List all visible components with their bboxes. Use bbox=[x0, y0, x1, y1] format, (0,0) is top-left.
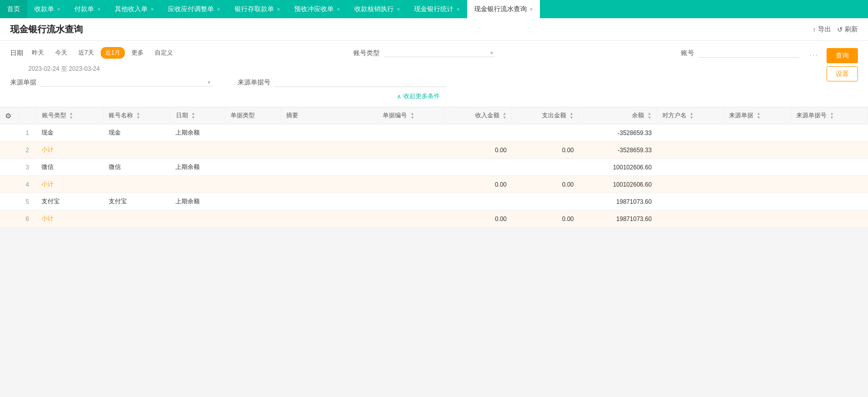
close-icon[interactable]: × bbox=[277, 6, 280, 12]
cell-account-name bbox=[104, 142, 171, 159]
col-income[interactable]: 收入金额 ▲▼ bbox=[445, 107, 512, 124]
cell-income bbox=[445, 193, 512, 210]
cell-source-doc-no bbox=[791, 193, 868, 210]
sort-icon: ▲▼ bbox=[757, 112, 761, 120]
cell-source-doc bbox=[724, 142, 791, 159]
cell-counterpart bbox=[657, 210, 724, 228]
date-btn-custom[interactable]: 自定义 bbox=[150, 47, 177, 59]
sort-icon: ▲▼ bbox=[570, 112, 574, 120]
table-row: 3微信微信上期余额100102606.60 bbox=[0, 159, 868, 176]
cell-account-type: 现金 bbox=[36, 124, 104, 142]
close-icon[interactable]: × bbox=[456, 6, 460, 12]
cell-settings bbox=[0, 159, 18, 176]
export-button[interactable]: ↑ 导出 bbox=[813, 25, 832, 34]
nav-other-income[interactable]: 其他收入单 × bbox=[108, 0, 161, 18]
cell-income: 0.00 bbox=[445, 142, 512, 159]
close-icon[interactable]: × bbox=[151, 6, 154, 12]
nav-receipt[interactable]: 收款单 × bbox=[27, 0, 67, 18]
col-source-doc[interactable]: 来源单据 ▲▼ bbox=[724, 107, 791, 124]
collapse-up-icon: ∧ bbox=[397, 93, 401, 100]
source-doc-no-input-wrap bbox=[275, 77, 446, 87]
cell-account-name: 微信 bbox=[104, 159, 171, 176]
date-btn-today[interactable]: 今天 bbox=[51, 47, 72, 59]
cell-doc-type bbox=[225, 124, 281, 142]
nav-payment[interactable]: 付款单 × bbox=[67, 0, 107, 18]
cell-settings bbox=[0, 210, 18, 228]
cell-doc-no bbox=[378, 210, 445, 228]
close-icon[interactable]: × bbox=[217, 6, 220, 12]
filter-area: 日期 昨天 今天 近7天 近1月 更多 自定义 账号类型 ▾ bbox=[0, 41, 868, 107]
cell-date: 上期余额 bbox=[170, 159, 225, 176]
col-balance[interactable]: 余额 ▲▼ bbox=[579, 107, 657, 124]
nav-adjustment[interactable]: 应收应付调整单 × bbox=[161, 0, 227, 18]
page-title: 现金银行流水查询 bbox=[10, 23, 83, 35]
close-icon[interactable]: × bbox=[337, 6, 340, 12]
cell-summary bbox=[281, 124, 378, 142]
cell-date bbox=[170, 210, 225, 228]
cell-source-doc-no bbox=[791, 142, 868, 159]
cell-summary bbox=[281, 176, 378, 193]
close-icon[interactable]: × bbox=[530, 6, 533, 12]
nav-cash-stats[interactable]: 现金银行统计 × bbox=[407, 0, 467, 18]
date-btn-more[interactable]: 更多 bbox=[127, 47, 148, 59]
col-doc-no[interactable]: 单据编号 ▲▼ bbox=[378, 107, 445, 124]
collapse-button[interactable]: ∧ 收起更多条件 bbox=[10, 92, 827, 101]
nav-home[interactable]: 首页 bbox=[0, 0, 27, 18]
sort-icon: ▲▼ bbox=[648, 112, 652, 120]
col-expense[interactable]: 支出金额 ▲▼ bbox=[512, 107, 579, 124]
nav-bank-deposit[interactable]: 银行存取款单 × bbox=[227, 0, 287, 18]
source-doc-no-label: 来源单据号 bbox=[238, 78, 270, 87]
cell-income bbox=[445, 159, 512, 176]
cell-income: 0.00 bbox=[445, 210, 512, 228]
cell-doc-no bbox=[378, 124, 445, 142]
source-doc-select[interactable]: ▾ bbox=[40, 78, 212, 86]
cell-counterpart bbox=[657, 142, 724, 159]
cell-source-doc-no bbox=[791, 210, 868, 228]
cell-expense: 0.00 bbox=[512, 142, 579, 159]
col-counterpart[interactable]: 对方户名 ▲▼ bbox=[657, 107, 724, 124]
table-row: 4小计0.000.00100102606.60 bbox=[0, 176, 868, 193]
cell-summary bbox=[281, 193, 378, 210]
source-doc-no-input[interactable] bbox=[275, 78, 446, 85]
cell-index: 1 bbox=[18, 124, 36, 142]
col-account-type[interactable]: 账号类型 ▲▼ bbox=[36, 107, 104, 124]
date-btn-yesterday[interactable]: 昨天 bbox=[27, 47, 49, 59]
nav-prepayment[interactable]: 预收冲应收单 × bbox=[287, 0, 347, 18]
account-input[interactable] bbox=[698, 49, 799, 56]
close-icon[interactable]: × bbox=[97, 6, 100, 12]
cell-index: 2 bbox=[18, 142, 36, 159]
cell-doc-type bbox=[225, 193, 281, 210]
cell-counterpart bbox=[657, 176, 724, 193]
nav-cash-flow[interactable]: 现金银行流水查询 × bbox=[467, 0, 540, 18]
col-date[interactable]: 日期 ▲▼ bbox=[170, 107, 225, 124]
cell-settings bbox=[0, 124, 18, 142]
refresh-button[interactable]: ↺ 刷新 bbox=[837, 25, 858, 34]
sort-icon: ▲▼ bbox=[69, 112, 73, 120]
account-type-select[interactable]: ▾ bbox=[384, 49, 495, 57]
settings-button[interactable]: 设置 bbox=[827, 66, 858, 81]
cell-balance: 19871073.60 bbox=[579, 193, 657, 210]
cell-date: 上期余额 bbox=[170, 193, 225, 210]
header-actions: ↑ 导出 ↺ 刷新 bbox=[813, 25, 858, 34]
gear-icon[interactable]: ⚙ bbox=[5, 112, 12, 120]
query-button[interactable]: 查询 bbox=[827, 48, 858, 63]
date-btn-1month[interactable]: 近1月 bbox=[101, 47, 125, 59]
close-icon[interactable]: × bbox=[397, 6, 400, 12]
col-source-doc-no[interactable]: 来源单据号 ▲▼ bbox=[791, 107, 868, 124]
chevron-down-icon: ▾ bbox=[208, 79, 210, 85]
cell-counterpart bbox=[657, 124, 724, 142]
source-doc-label: 来源单据 bbox=[10, 78, 36, 87]
cell-date bbox=[170, 176, 225, 193]
close-icon[interactable]: × bbox=[57, 6, 60, 12]
cell-balance: 19871073.60 bbox=[579, 210, 657, 228]
sort-icon: ▲▼ bbox=[502, 112, 507, 120]
nav-collection[interactable]: 收款核销执行 × bbox=[347, 0, 407, 18]
filter-main: 日期 昨天 今天 近7天 近1月 更多 自定义 账号类型 ▾ bbox=[10, 47, 827, 103]
account-input-wrap bbox=[698, 48, 799, 58]
col-account-name[interactable]: 账号名称 ▲▼ bbox=[104, 107, 171, 124]
dots-button[interactable]: ... bbox=[809, 49, 818, 57]
cell-date: 上期余额 bbox=[170, 124, 225, 142]
cell-doc-no bbox=[378, 176, 445, 193]
cell-doc-no bbox=[378, 193, 445, 210]
date-btn-7days[interactable]: 近7天 bbox=[74, 47, 99, 59]
